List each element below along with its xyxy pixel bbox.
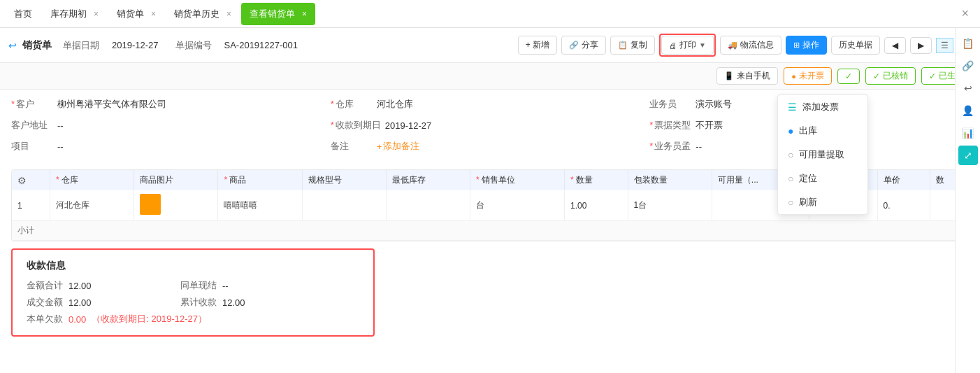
confirmed-button[interactable]: ✓ 已核销 <box>865 67 916 85</box>
logistics-button[interactable]: 🚚 物流信息 <box>720 36 781 55</box>
sidebar-icon-chart[interactable]: 📊 <box>958 123 978 143</box>
available-pickup-icon: ○ <box>788 149 793 160</box>
same-order-value: -- <box>222 281 229 291</box>
doc-type-label: 销货单 <box>22 39 52 52</box>
sidebar-icon-expand[interactable]: ⤢ <box>958 146 978 165</box>
doc-date-field: 单据日期 2019-12-27 <box>63 39 159 52</box>
dropdown-available-pickup[interactable]: ○ 可用量提取 <box>778 143 867 167</box>
check-button[interactable]: ✓ <box>837 69 860 84</box>
sales-staff-label: 业务员孟 <box>649 140 691 153</box>
tab-close-check-sales[interactable]: × <box>302 9 307 19</box>
balance-note: （收款到期日: 2019-12-27） <box>92 313 207 325</box>
th-unit: * 销售单位 <box>470 170 564 190</box>
same-order-row: 同单现结 -- <box>180 279 320 292</box>
dropdown-add-invoice[interactable]: ☰ 添加发票 <box>778 95 867 119</box>
due-date-label: 收款到期日 <box>331 119 381 132</box>
address-label: 客户地址 <box>11 119 53 132</box>
sidebar-icon-user[interactable]: 👤 <box>958 101 978 120</box>
print-button[interactable]: 🖨 打印 ▼ <box>661 36 714 55</box>
total-amount-row: 金额合计 12.00 <box>27 279 166 292</box>
subtotal-row: 小计 <box>12 221 968 241</box>
tab-sales-order[interactable]: 销货单 × <box>108 3 164 25</box>
dropdown-outbound[interactable]: ● 出库 <box>778 119 867 143</box>
due-date-value: 2019-12-27 <box>385 120 432 131</box>
tab-bar: 首页 库存期初 × 销货单 × 销货单历史 × 查看销货单 × × <box>0 0 980 28</box>
prev-button[interactable]: ◀ <box>884 37 906 54</box>
doc-date-label: 单据日期 <box>63 39 105 52</box>
share-button[interactable]: 🔗 分享 <box>561 36 606 55</box>
th-warehouse: * 仓库 <box>50 170 134 190</box>
tab-close-sales[interactable]: × <box>151 9 156 19</box>
staff-label: 业务员 <box>649 98 691 111</box>
doc-type-icon: ↩ <box>8 40 17 51</box>
th-quantity: * 数量 <box>564 170 628 190</box>
print-btn-wrapper: 🖨 打印 ▼ <box>659 34 716 57</box>
list-view-button[interactable]: ☰ <box>936 38 953 53</box>
transaction-amount-value: 12.00 <box>69 297 92 308</box>
from-phone-button[interactable]: 📱 来自手机 <box>716 67 778 85</box>
doc-number-field: 单据编号 SA-20191227-001 <box>175 39 298 52</box>
summary-grid: 金额合计 12.00 同单现结 -- 成交金额 12.00 累计收款 12.00… <box>27 279 359 325</box>
note-label: 备注 <box>331 140 373 153</box>
sidebar-icon-doc[interactable]: 📋 <box>958 34 978 53</box>
address-field: 客户地址 -- <box>11 119 331 132</box>
total-amount-label: 金额合计 <box>27 279 63 292</box>
th-min-stock: 最低库存 <box>386 170 470 190</box>
doc-number-label: 单据编号 <box>175 39 217 52</box>
warehouse-value: 河北仓库 <box>377 98 413 111</box>
project-label: 项目 <box>11 140 53 153</box>
cumulative-receipt-row: 累计收款 12.00 <box>180 296 320 309</box>
document-toolbar: ↩ 销货单 单据日期 2019-12-27 单据编号 SA-20191227-0… <box>0 28 980 63</box>
tab-check-sales[interactable]: 查看销货单 × <box>241 3 315 25</box>
td-spec <box>302 190 386 221</box>
note-field: 备注 + 添加备注 <box>331 140 650 153</box>
add-note-button[interactable]: + 添加备注 <box>377 140 420 153</box>
sidebar-icon-return[interactable]: ↩ <box>958 78 978 98</box>
th-product: * 商品 <box>218 170 302 190</box>
summary-title: 收款信息 <box>27 260 359 272</box>
td-unit: 台 <box>470 190 564 221</box>
td-product-img <box>134 190 218 221</box>
history-button[interactable]: 历史单据 <box>831 36 880 55</box>
tab-close-history[interactable]: × <box>226 9 231 19</box>
dropdown-locate[interactable]: ○ 定位 <box>778 167 867 190</box>
doc-number-value: SA-20191227-001 <box>224 40 298 50</box>
right-sidebar: 📋 🔗 ↩ 👤 📊 ⤢ <box>955 28 980 373</box>
tab-inventory-init[interactable]: 库存期初 × <box>42 3 107 25</box>
tab-sales-history[interactable]: 销货单历史 × <box>166 3 240 25</box>
th-product-img: 商品图片 <box>134 170 218 190</box>
add-invoice-icon: ☰ <box>788 101 797 113</box>
outbound-icon: ● <box>788 125 793 136</box>
tab-home[interactable]: 首页 <box>6 3 41 25</box>
transaction-amount-row: 成交金额 12.00 <box>27 296 166 309</box>
td-no: 1 <box>12 190 50 221</box>
tab-close-inventory[interactable]: × <box>94 9 99 19</box>
summary-panel: 收款信息 金额合计 12.00 同单现结 -- 成交金额 12.00 累计收款 … <box>11 248 375 337</box>
operations-dropdown: ☰ 添加发票 ● 出库 ○ 可用量提取 ○ 定位 ○ 刷新 <box>777 94 868 215</box>
th-price: 单价 <box>877 170 930 190</box>
customer-field: 客户 柳州粤港平安气体有限公司 <box>11 98 331 111</box>
copy-button[interactable]: 📋 复制 <box>610 36 655 55</box>
transaction-amount-label: 成交金额 <box>27 296 63 309</box>
td-pack-qty: 1台 <box>628 190 712 221</box>
operations-button[interactable]: ⊞ 操作 <box>786 36 827 55</box>
unopened-button[interactable]: ● 未开票 <box>784 67 832 85</box>
customer-value: 柳州粤港平安气体有限公司 <box>57 98 166 111</box>
cumulative-receipt-label: 累计收款 <box>180 296 217 309</box>
balance-value: 0.00 <box>69 314 86 325</box>
td-quantity: 1.00 <box>564 190 628 221</box>
ticket-label: 票据类型 <box>649 119 691 132</box>
ticket-value: 不开票 <box>696 119 723 132</box>
td-price: 0. <box>877 190 930 221</box>
balance-label: 本单欠款 <box>27 313 63 325</box>
window-close-button[interactable]: × <box>956 6 974 21</box>
new-button[interactable]: + 新增 <box>518 36 557 55</box>
warehouse-label: 仓库 <box>331 98 373 111</box>
td-product: 嘻嘻嘻嘻 <box>218 190 302 221</box>
main-area: ↩ 销货单 单据日期 2019-12-27 单据编号 SA-20191227-0… <box>0 28 980 373</box>
th-pack-qty: 包装数量 <box>628 170 712 190</box>
sidebar-icon-link[interactable]: 🔗 <box>958 56 978 76</box>
next-button[interactable]: ▶ <box>910 37 932 54</box>
settings-icon[interactable]: ⚙ <box>17 175 27 186</box>
dropdown-refresh[interactable]: ○ 刷新 <box>778 190 867 214</box>
